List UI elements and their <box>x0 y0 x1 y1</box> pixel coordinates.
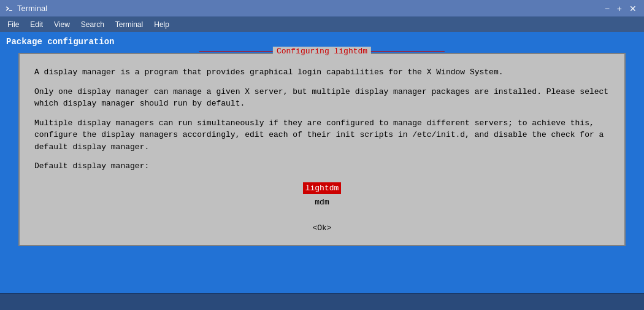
window-controls: − + ✕ <box>602 4 639 13</box>
ok-button[interactable]: <Ok> <box>312 223 331 233</box>
title-bar: Terminal − + ✕ <box>0 0 644 17</box>
menu-edit[interactable]: Edit <box>25 19 48 30</box>
menu-view[interactable]: View <box>49 19 75 30</box>
package-config-label: Package configuration <box>6 37 638 47</box>
option-mdm[interactable]: mdm <box>315 196 329 209</box>
title-bar-left: Terminal <box>5 4 47 13</box>
dialog-title: Configuring lightdm <box>273 47 371 56</box>
dialog-box: Configuring lightdm A display manager is… <box>18 53 626 246</box>
menu-help[interactable]: Help <box>149 19 174 30</box>
menu-bar: File Edit View Search Terminal Help <box>0 17 644 32</box>
terminal-content: Package configuration Configuring lightd… <box>0 32 644 293</box>
title-line-left <box>199 51 273 52</box>
maximize-button[interactable]: + <box>615 4 624 13</box>
paragraph-4: Default display manager: <box>34 160 610 172</box>
dialog-body: A display manager is a program that prov… <box>34 66 610 233</box>
terminal-window: Terminal − + ✕ File Edit View Search Ter… <box>0 0 644 310</box>
terminal-icon <box>5 4 13 13</box>
paragraph-3: Multiple display managers can run simult… <box>34 117 610 153</box>
bottom-bar <box>0 293 644 310</box>
minimize-button[interactable]: − <box>602 4 612 13</box>
options-section: lightdm mdm <box>34 182 610 209</box>
ok-button-row: <Ok> <box>34 223 610 233</box>
close-button[interactable]: ✕ <box>627 4 639 13</box>
menu-file[interactable]: File <box>2 19 24 30</box>
dialog-title-bar: Configuring lightdm <box>199 47 445 56</box>
title-line-right <box>371 51 445 52</box>
menu-search[interactable]: Search <box>76 19 109 30</box>
paragraph-2: Only one display manager can manage a gi… <box>34 86 610 110</box>
window-title: Terminal <box>17 4 47 13</box>
option-lightdm[interactable]: lightdm <box>303 182 342 195</box>
paragraph-1: A display manager is a program that prov… <box>34 66 610 79</box>
menu-terminal[interactable]: Terminal <box>110 19 148 30</box>
